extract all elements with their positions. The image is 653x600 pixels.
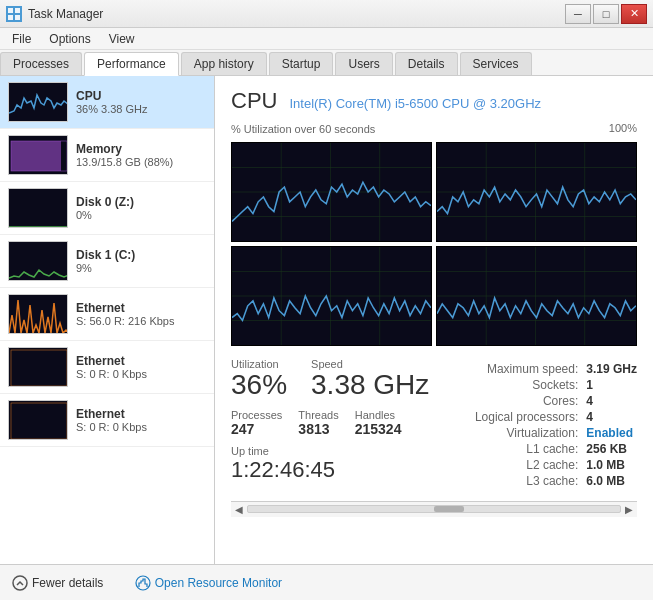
utilization-block: Utilization 36% [231, 358, 287, 401]
content-area: CPU 36% 3.38 GHz Memory 13.9/15.8 GB (88… [0, 76, 653, 564]
sidebar-ethernet3-title: Ethernet [76, 407, 206, 421]
sidebar-item-ethernet3[interactable]: Ethernet S: 0 R: 0 Kbps [0, 394, 214, 447]
menu-file[interactable]: File [4, 30, 39, 48]
restore-button[interactable]: □ [593, 4, 619, 24]
tab-details[interactable]: Details [395, 52, 458, 75]
charts-grid [231, 142, 637, 346]
handles-block: Handles 215324 [355, 409, 402, 437]
svg-rect-11 [9, 348, 68, 387]
sidebar-cpu-subtitle: 36% 3.38 GHz [76, 103, 206, 115]
close-button[interactable]: ✕ [621, 4, 647, 24]
sidebar-memory-title: Memory [76, 142, 206, 156]
tab-performance[interactable]: Performance [84, 52, 179, 76]
sidebar-ethernet1-subtitle: S: 56.0 R: 216 Kbps [76, 315, 206, 327]
svg-rect-8 [9, 189, 68, 228]
minimize-button[interactable]: ─ [565, 4, 591, 24]
cpu-chart-core0 [231, 142, 432, 242]
sidebar-ethernet3-subtitle: S: 0 R: 0 Kbps [76, 421, 206, 433]
window-title: Task Manager [28, 7, 103, 21]
ethernet2-thumbnail [8, 347, 68, 387]
svg-rect-7 [11, 141, 61, 171]
svg-rect-0 [8, 8, 13, 13]
fewer-details-label: Fewer details [32, 576, 103, 590]
rs-label-maxspeed: Maximum speed: [475, 362, 578, 376]
cpu-thumbnail [8, 82, 68, 122]
sidebar-item-memory[interactable]: Memory 13.9/15.8 GB (88%) [0, 129, 214, 182]
right-stats: Maximum speed: 3.19 GHz Sockets: 1 Cores… [475, 362, 637, 488]
rs-value-l3: 6.0 MB [586, 474, 637, 488]
uptime-value: 1:22:46:45 [231, 457, 475, 483]
rs-value-l1: 256 KB [586, 442, 637, 456]
rs-label-l1: L1 cache: [475, 442, 578, 456]
svg-rect-4 [9, 83, 68, 122]
menu-bar: File Options View [0, 28, 653, 50]
stats-row1: Utilization 36% Speed 3.38 GHz [231, 358, 475, 401]
rs-value-l2: 1.0 MB [586, 458, 637, 472]
sidebar-disk0-title: Disk 0 (Z:) [76, 195, 206, 209]
cpu-chart-core2 [231, 246, 432, 346]
sidebar-item-disk0[interactable]: Disk 0 (Z:) 0% [0, 182, 214, 235]
sidebar-ethernet2-title: Ethernet [76, 354, 206, 368]
disk1-thumbnail [8, 241, 68, 281]
sidebar-item-ethernet1[interactable]: Ethernet S: 56.0 R: 216 Kbps [0, 288, 214, 341]
threads-label: Threads [298, 409, 338, 421]
sidebar-disk0-subtitle: 0% [76, 209, 206, 221]
open-resource-monitor-container: Open Resource Monitor [135, 575, 282, 591]
scroll-left-arrow[interactable]: ◀ [235, 504, 243, 515]
tab-processes[interactable]: Processes [0, 52, 82, 75]
sidebar-cpu-title: CPU [76, 89, 206, 103]
app-icon [6, 6, 22, 22]
rs-label-virt: Virtualization: [475, 426, 578, 440]
scrollbar-thumb[interactable] [434, 506, 464, 512]
sidebar-disk1-title: Disk 1 (C:) [76, 248, 206, 262]
ethernet1-thumbnail [8, 294, 68, 334]
scrollbar-track[interactable] [247, 505, 621, 513]
utilization-value: 36% [231, 370, 287, 401]
speed-value: 3.38 GHz [311, 370, 429, 401]
svg-rect-2 [8, 15, 13, 20]
sidebar-item-cpu[interactable]: CPU 36% 3.38 GHz [0, 76, 214, 129]
title-bar: Task Manager ─ □ ✕ [0, 0, 653, 28]
menu-options[interactable]: Options [41, 30, 98, 48]
open-resource-monitor-link[interactable]: Open Resource Monitor [155, 576, 282, 590]
main-panel: CPU Intel(R) Core(TM) i5-6500 CPU @ 3.20… [215, 76, 653, 564]
cpu-chart-core1 [436, 142, 637, 242]
scrollbar-area: ◀ ▶ [231, 501, 637, 517]
handles-value: 215324 [355, 421, 402, 437]
processes-block: Processes 247 [231, 409, 282, 437]
chart-label: % Utilization over 60 seconds [231, 123, 375, 135]
sidebar: CPU 36% 3.38 GHz Memory 13.9/15.8 GB (88… [0, 76, 215, 564]
tab-app-history[interactable]: App history [181, 52, 267, 75]
scroll-right-arrow[interactable]: ▶ [625, 504, 633, 515]
disk0-thumbnail [8, 188, 68, 228]
svg-rect-1 [15, 8, 20, 13]
tab-users[interactable]: Users [335, 52, 392, 75]
rs-label-logproc: Logical processors: [475, 410, 578, 424]
resource-monitor-icon [135, 575, 151, 591]
tab-startup[interactable]: Startup [269, 52, 334, 75]
uptime-block: Up time 1:22:46:45 [231, 445, 475, 483]
menu-view[interactable]: View [101, 30, 143, 48]
chart-section: % Utilization over 60 seconds 100% [231, 122, 637, 346]
stats-row2: Processes 247 Threads 3813 Handles 21532… [231, 409, 475, 437]
threads-block: Threads 3813 [298, 409, 338, 437]
rs-label-sockets: Sockets: [475, 378, 578, 392]
sidebar-item-ethernet2[interactable]: Ethernet S: 0 R: 0 Kbps [0, 341, 214, 394]
fewer-details-icon [12, 575, 28, 591]
sidebar-item-disk1[interactable]: Disk 1 (C:) 9% [0, 235, 214, 288]
chart-max: 100% [609, 122, 637, 134]
cpu-chart-core3 [436, 246, 637, 346]
tab-services[interactable]: Services [460, 52, 532, 75]
speed-block: Speed 3.38 GHz [311, 358, 429, 401]
cpu-title: CPU [231, 88, 277, 114]
svg-point-44 [136, 576, 150, 590]
processes-value: 247 [231, 421, 282, 437]
sidebar-disk1-subtitle: 9% [76, 262, 206, 274]
rs-value-virt: Enabled [586, 426, 637, 440]
threads-value: 3813 [298, 421, 338, 437]
tab-bar: Processes Performance App history Startu… [0, 50, 653, 76]
cpu-header: CPU Intel(R) Core(TM) i5-6500 CPU @ 3.20… [231, 88, 637, 114]
rs-value-logproc: 4 [586, 410, 637, 424]
fewer-details-button[interactable]: Fewer details [12, 575, 103, 591]
rs-label-l3: L3 cache: [475, 474, 578, 488]
